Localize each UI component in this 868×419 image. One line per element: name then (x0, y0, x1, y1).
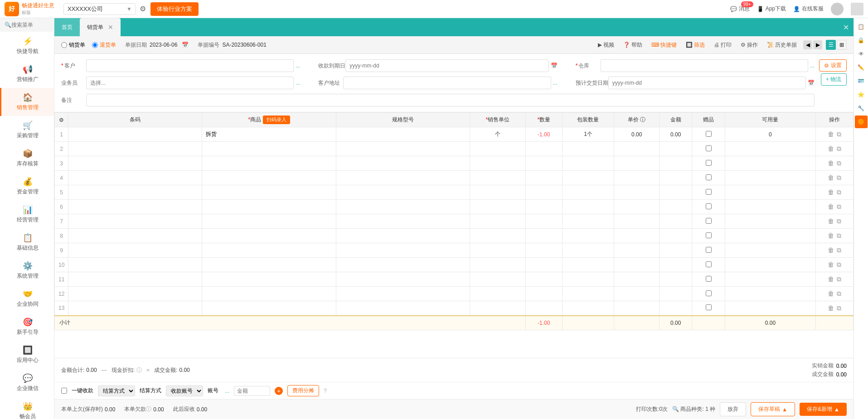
app-download-btn[interactable]: 📱 App下载 (757, 5, 786, 13)
address-ellipsis[interactable]: ... (553, 80, 558, 86)
sidebar-item-sales[interactable]: 🏠 销售管理 (0, 88, 54, 116)
row-gift[interactable] (692, 171, 725, 185)
copy-row-icon[interactable]: ⧉ (837, 145, 841, 153)
nav-next-btn[interactable]: ▶ (813, 40, 822, 49)
delete-row-icon[interactable]: 🗑 (828, 130, 834, 138)
row-gift[interactable] (692, 301, 725, 316)
row-gift[interactable] (692, 287, 725, 301)
row-gift[interactable] (692, 142, 725, 156)
right-panel-star-icon[interactable]: ⭐ (855, 88, 868, 101)
shortcut-btn[interactable]: ⌨ 快捷键 (649, 40, 679, 50)
expected-delivery-input[interactable] (608, 77, 806, 89)
row-gift[interactable] (692, 156, 725, 171)
row-product[interactable] (202, 214, 336, 229)
row-barcode[interactable] (68, 258, 202, 272)
nav-prev-btn[interactable]: ◀ (803, 40, 812, 49)
scan-btn[interactable]: 扫码录入 (263, 116, 290, 124)
row-barcode[interactable] (68, 156, 202, 171)
row-product[interactable] (202, 229, 336, 243)
sidebar-item-marketing[interactable]: 📢 营销推广 (0, 60, 54, 88)
row-barcode[interactable] (68, 243, 202, 258)
delete-row-icon[interactable]: 🗑 (828, 188, 834, 196)
return-radio-input[interactable] (92, 42, 98, 48)
copy-row-icon[interactable]: ⧉ (837, 304, 841, 312)
customer-ellipsis[interactable]: ... (296, 63, 300, 69)
return-radio[interactable]: 退货单 (92, 41, 116, 49)
row-product[interactable] (202, 142, 336, 156)
row-product[interactable] (202, 258, 336, 272)
remark-input[interactable] (86, 94, 815, 106)
row-barcode[interactable] (68, 200, 202, 214)
row-product[interactable] (202, 156, 336, 171)
delete-row-icon[interactable]: 🗑 (828, 145, 834, 153)
copy-row-icon[interactable]: ⧉ (837, 290, 841, 298)
help-btn[interactable]: ❓ 帮助 (621, 40, 645, 50)
row-product[interactable] (202, 200, 336, 214)
right-panel-tool-icon[interactable]: 🔧 (855, 102, 868, 115)
row-barcode[interactable] (68, 185, 202, 200)
row-product[interactable] (202, 127, 336, 142)
right-panel-edit-icon[interactable]: ✏️ (855, 61, 868, 74)
delete-row-icon[interactable]: 🗑 (828, 275, 834, 283)
delivery-calendar-icon[interactable]: 📅 (808, 80, 815, 86)
account-select[interactable]: 收款账号 (166, 385, 203, 396)
sales-radio[interactable]: 销货单 (61, 41, 85, 49)
filter-btn[interactable]: 🔲 筛选 (683, 40, 708, 50)
save-new-btn[interactable]: 保存&新增 ▲ (800, 403, 847, 416)
sidebar-item-purchase[interactable]: 🛒 采购管理 (0, 116, 54, 144)
row-barcode[interactable] (68, 171, 202, 185)
add-payment-btn[interactable]: + (275, 387, 283, 395)
company-selector[interactable]: XXXXXX公司 ▼ (63, 3, 136, 15)
row-gift[interactable] (692, 258, 725, 272)
row-spec[interactable] (336, 185, 470, 200)
delete-row-icon[interactable]: 🗑 (828, 304, 834, 312)
abandon-btn[interactable]: 放弃 (720, 402, 746, 416)
history-btn[interactable]: 📜 历史单据 (764, 40, 800, 50)
row-spec[interactable] (336, 142, 470, 156)
payment-amount-input[interactable] (234, 386, 270, 396)
avatar[interactable] (831, 3, 844, 15)
search-input[interactable] (11, 22, 43, 28)
delete-row-icon[interactable]: 🗑 (828, 159, 834, 167)
sidebar-search[interactable]: 🔍 (0, 18, 54, 32)
sidebar-item-guide[interactable]: 🎯 新手引导 (0, 313, 54, 341)
online-service-btn[interactable]: 👤 在线客服 (793, 5, 824, 13)
view-list-btn[interactable]: ☰ (826, 40, 836, 50)
sidebar-item-system[interactable]: ⚙️ 系统管理 (0, 256, 54, 284)
row-gift[interactable] (692, 229, 725, 243)
save-draft-btn[interactable]: 保存草稿 ▲ (751, 402, 795, 416)
delete-row-icon[interactable]: 🗑 (828, 203, 834, 211)
copy-row-icon[interactable]: ⧉ (837, 275, 841, 283)
experience-btn[interactable]: 体验行业方案 (150, 2, 199, 16)
right-panel-card-icon[interactable]: 🪪 (855, 75, 868, 87)
row-spec[interactable] (336, 258, 470, 272)
delete-row-icon[interactable]: 🗑 (828, 261, 834, 269)
row-barcode[interactable] (68, 287, 202, 301)
settings-icon-top[interactable]: ⚙ (140, 5, 146, 13)
row-spec[interactable] (336, 301, 470, 316)
operation-btn[interactable]: ⚙ 操作 (738, 40, 761, 50)
message-btn[interactable]: 💬 消息 99+ (730, 5, 750, 13)
sidebar-item-app-center[interactable]: 🔲 应用中心 (0, 341, 54, 369)
sidebar-item-operations[interactable]: 📊 经营管理 (0, 200, 54, 228)
collect-calendar-icon[interactable]: 📅 (551, 63, 558, 69)
account-ellipsis[interactable]: ... (225, 388, 229, 394)
copy-row-icon[interactable]: ⧉ (837, 174, 841, 182)
right-panel-notes-icon[interactable]: 📋 (855, 20, 868, 33)
row-gift[interactable] (692, 127, 725, 142)
sidebar-item-basic-info[interactable]: 📋 基础信息 (0, 228, 54, 256)
row-spec[interactable] (336, 287, 470, 301)
view-grid-btn[interactable]: ⊞ (837, 40, 847, 50)
row-gift[interactable] (692, 214, 725, 229)
salesperson-input[interactable] (86, 77, 294, 89)
copy-row-icon[interactable]: ⧉ (837, 159, 841, 167)
tab-close-icon[interactable]: ✕ (108, 24, 113, 31)
copy-row-icon[interactable]: ⧉ (837, 261, 841, 269)
row-product[interactable] (202, 272, 336, 287)
tab-bar-close-icon[interactable]: ✕ (839, 23, 853, 32)
copy-row-icon[interactable]: ⧉ (837, 232, 841, 240)
sidebar-item-enterprise[interactable]: 🤝 企业协同 (0, 284, 54, 313)
row-spec[interactable] (336, 229, 470, 243)
expense-btn[interactable]: 费用分摊 (287, 385, 319, 396)
row-spec[interactable] (336, 200, 470, 214)
